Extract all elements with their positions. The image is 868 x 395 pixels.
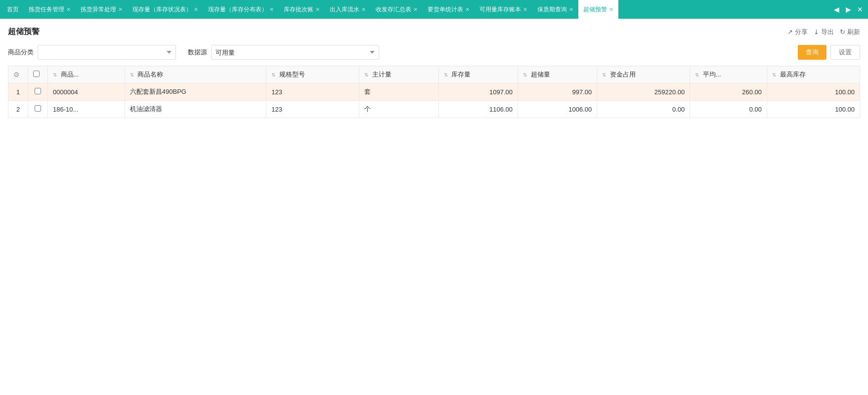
cell-capital: 0.00 xyxy=(597,101,690,118)
th-overstock: ⇅ 超储量 xyxy=(518,66,597,83)
close-icon[interactable]: ✕ xyxy=(66,6,71,13)
sort-icon: ⇅ xyxy=(695,72,699,78)
export-button[interactable]: ⤓ 导出 xyxy=(814,28,834,37)
nav-arrow-group: ◀ ▶ ✕ xyxy=(830,0,866,19)
th-product-code: ⇅ 商品... xyxy=(48,66,125,83)
share-icon: ↗ xyxy=(787,28,793,36)
data-table: ⚙ ⇅ 商品... ⇅ 商品名称 ⇅ 规格型号 ⇅ xyxy=(8,66,860,118)
cell-capital: 259220.00 xyxy=(597,83,690,101)
cell-product-name: 机油滤清器 xyxy=(125,101,266,118)
close-icon[interactable]: ✕ xyxy=(609,6,613,13)
sort-icon: ⇅ xyxy=(444,72,448,78)
nav-prev-button[interactable]: ◀ xyxy=(830,0,842,19)
th-product-name: ⇅ 商品名称 xyxy=(125,66,266,83)
nav-item-stock-dist[interactable]: 现存量（库存分布表） ✕ xyxy=(203,0,279,19)
datasource-filter-group: 数据源 可用量 库存量 xyxy=(188,45,379,60)
close-icon[interactable]: ✕ xyxy=(569,6,573,13)
row-checkbox[interactable] xyxy=(35,88,41,94)
cell-spec: 123 xyxy=(266,83,359,101)
th-avg: ⇅ 平均... xyxy=(690,66,767,83)
close-icon[interactable]: ✕ xyxy=(413,6,418,13)
top-navigation: 首页 拣货任务管理 ✕ 拣货异常处理 ✕ 现存量（库存状况表） ✕ 现存量（库存… xyxy=(0,0,868,19)
cell-spec: 123 xyxy=(266,101,359,118)
datasource-select-wrapper: 可用量 库存量 xyxy=(211,45,379,60)
cell-stock: 1106.00 xyxy=(438,101,518,118)
cell-product-name: 六配套新昌490BPG xyxy=(125,83,266,101)
gear-icon[interactable]: ⚙ xyxy=(13,71,20,79)
cell-max-stock: 100.00 xyxy=(767,101,860,118)
query-button[interactable]: 查询 xyxy=(798,45,826,60)
cell-overstock: 997.00 xyxy=(518,83,597,101)
cell-unit: 套 xyxy=(359,83,438,101)
header-actions: ↗ 分享 ⤓ 导出 ↻ 刷新 xyxy=(787,28,860,37)
th-gear: ⚙ xyxy=(8,66,28,83)
category-select[interactable] xyxy=(38,45,176,60)
nav-item-overstock[interactable]: 超储预警 ✕ xyxy=(578,0,618,19)
close-icon[interactable]: ✕ xyxy=(361,6,366,13)
category-select-wrapper xyxy=(38,45,176,60)
close-icon[interactable]: ✕ xyxy=(315,6,320,13)
filter-row: 商品分类 数据源 可用量 库存量 查询 设置 xyxy=(8,45,860,60)
th-stock: ⇅ 库存量 xyxy=(438,66,518,83)
close-icon[interactable]: ✕ xyxy=(465,6,470,13)
datasource-label: 数据源 xyxy=(188,48,207,57)
sort-icon: ⇅ xyxy=(271,72,275,78)
cell-overstock: 1006.00 xyxy=(518,101,597,118)
nav-item-exception[interactable]: 拣货异常处理 ✕ xyxy=(76,0,128,19)
nav-item-available-stock[interactable]: 可用量库存账本 ✕ xyxy=(475,0,532,19)
nav-item-batch-account[interactable]: 库存批次账 ✕ xyxy=(279,0,325,19)
sort-icon: ⇅ xyxy=(130,72,134,78)
close-icon[interactable]: ✕ xyxy=(523,6,527,13)
sort-icon: ⇅ xyxy=(523,72,527,78)
nav-next-button[interactable]: ▶ xyxy=(842,0,854,19)
cell-unit: 个 xyxy=(359,101,438,118)
action-buttons: 查询 设置 xyxy=(798,45,860,60)
page-title: 超储预警 xyxy=(8,27,40,37)
cell-stock: 1097.00 xyxy=(438,83,518,101)
nav-item-task-mgmt[interactable]: 拣货任务管理 ✕ xyxy=(24,0,76,19)
share-button[interactable]: ↗ 分享 xyxy=(787,28,808,37)
cell-product-code: 186-10... xyxy=(48,101,125,118)
th-unit: ⇅ 主计量 xyxy=(359,66,438,83)
datasource-select[interactable]: 可用量 库存量 xyxy=(211,45,379,60)
refresh-button[interactable]: ↻ 刷新 xyxy=(840,28,860,37)
page-content: 超储预警 ↗ 分享 ⤓ 导出 ↻ 刷新 商品分类 xyxy=(0,19,868,395)
refresh-icon: ↻ xyxy=(840,28,845,36)
sort-icon: ⇅ xyxy=(53,72,57,78)
settings-button[interactable]: 设置 xyxy=(830,45,860,60)
page-header: 超储预警 ↗ 分享 ⤓ 导出 ↻ 刷新 xyxy=(8,27,860,37)
row-checkbox[interactable] xyxy=(35,105,41,112)
close-icon[interactable]: ✕ xyxy=(118,6,123,13)
sort-icon: ⇅ xyxy=(364,72,368,78)
cell-product-code: 0000004 xyxy=(48,83,125,101)
nav-item-summary[interactable]: 收发存汇总表 ✕ xyxy=(371,0,423,19)
cell-avg: 260.00 xyxy=(690,83,767,101)
cell-max-stock: 100.00 xyxy=(767,83,860,101)
th-spec: ⇅ 规格型号 xyxy=(266,66,359,83)
close-icon[interactable]: ✕ xyxy=(194,6,198,13)
row-number: 2 xyxy=(8,101,28,118)
sort-icon: ⇅ xyxy=(602,72,606,78)
nav-item-order-stats[interactable]: 要货单统计表 ✕ xyxy=(423,0,475,19)
row-checkbox-cell xyxy=(28,83,48,101)
close-icon[interactable]: ✕ xyxy=(269,6,274,13)
category-filter-group: 商品分类 xyxy=(8,45,176,60)
th-capital: ⇅ 资金占用 xyxy=(597,66,690,83)
nav-item-inout-flow[interactable]: 出入库流水 ✕ xyxy=(325,0,371,19)
table-row: 1 0000004 六配套新昌490BPG 123 套 1097.00 997.… xyxy=(8,83,860,101)
nav-item-expiry[interactable]: 保质期查询 ✕ xyxy=(532,0,578,19)
nav-item-home[interactable]: 首页 xyxy=(2,0,24,19)
category-label: 商品分类 xyxy=(8,48,34,57)
export-icon: ⤓ xyxy=(814,28,819,36)
th-checkbox xyxy=(28,66,48,83)
row-checkbox-cell xyxy=(28,101,48,118)
select-all-checkbox[interactable] xyxy=(33,71,40,77)
th-max-stock: ⇅ 最高库存 xyxy=(767,66,860,83)
cell-avg: 0.00 xyxy=(690,101,767,118)
nav-close-tab-button[interactable]: ✕ xyxy=(854,0,866,19)
table-row: 2 186-10... 机油滤清器 123 个 1106.00 1006.00 … xyxy=(8,101,860,118)
row-number: 1 xyxy=(8,83,28,101)
nav-item-stock-status[interactable]: 现存量（库存状况表） ✕ xyxy=(128,0,203,19)
sort-icon: ⇅ xyxy=(772,72,776,78)
